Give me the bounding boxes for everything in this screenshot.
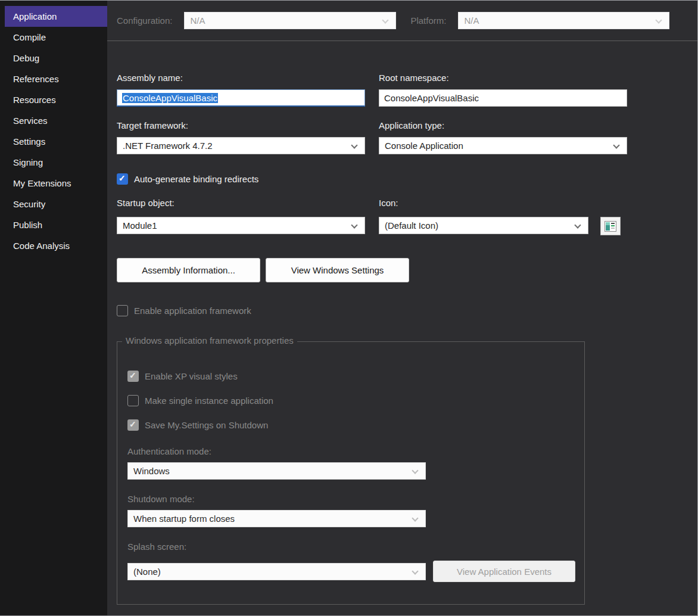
startup-object-dropdown[interactable]: Module1: [117, 217, 365, 234]
save-my-settings-row: Save My.Settings on Shutdown: [127, 419, 584, 431]
sidebar-item-services[interactable]: Services: [0, 110, 107, 131]
shutdown-mode-value: When startup form closes: [133, 514, 235, 524]
browse-icon-button[interactable]: [600, 217, 621, 235]
save-my-settings-label: Save My.Settings on Shutdown: [145, 420, 268, 430]
shutdown-mode-dropdown: When startup form closes: [127, 510, 426, 527]
make-single-instance-checkbox: [127, 395, 139, 406]
sidebar-item-settings[interactable]: Settings: [0, 131, 107, 152]
platform-label: Platform:: [410, 15, 446, 26]
startup-object-value: Module1: [123, 220, 157, 231]
chevron-down-icon: [412, 467, 418, 474]
sidebar-item-code-analysis[interactable]: Code Analysis: [0, 235, 107, 256]
authentication-mode-label: Authentication mode:: [127, 446, 584, 458]
icon-value: (Default Icon): [385, 220, 438, 231]
platform-dropdown: N/A: [458, 12, 669, 29]
enable-application-framework-label: Enable application framework: [134, 306, 251, 316]
auto-generate-binding-redirects-checkbox[interactable]: [117, 173, 128, 185]
project-designer-window: Application Compile Debug References Res…: [0, 0, 698, 616]
target-framework-value: .NET Framework 4.7.2: [123, 141, 213, 151]
sidebar-item-security[interactable]: Security: [0, 194, 107, 214]
icon-dropdown[interactable]: (Default Icon): [379, 217, 588, 234]
selected-text: ConsoleAppVisualBasic: [122, 93, 218, 103]
startup-object-label: Startup object:: [117, 197, 174, 209]
application-settings-form: Assembly name: Root namespace: ConsoleAp…: [107, 72, 697, 605]
chevron-down-icon: [656, 17, 662, 23]
make-single-instance-label: Make single instance application: [145, 396, 273, 406]
sidebar-item-compile[interactable]: Compile: [0, 27, 107, 48]
view-windows-settings-button[interactable]: View Windows Settings: [266, 258, 409, 282]
application-type-label: Application type:: [379, 120, 444, 132]
chevron-down-icon: [412, 515, 418, 521]
splash-screen-value: (None): [133, 567, 161, 577]
application-tab-panel: Configuration: N/A Platform: N/A Assembl…: [107, 1, 697, 615]
enable-application-framework-row: Enable application framework: [117, 304, 697, 316]
application-icon: [604, 221, 616, 232]
sidebar-item-debug[interactable]: Debug: [0, 48, 107, 69]
authentication-mode-value: Windows: [133, 466, 170, 476]
target-framework-dropdown[interactable]: .NET Framework 4.7.2: [117, 137, 365, 154]
auto-generate-binding-redirects-row: Auto-generate binding redirects: [117, 173, 697, 185]
target-framework-label: Target framework:: [117, 120, 188, 132]
group-title: Windows application framework properties: [122, 335, 297, 346]
sidebar-item-references[interactable]: References: [0, 69, 107, 89]
assembly-name-input[interactable]: ConsoleAppVisualBasic: [117, 89, 365, 107]
chevron-down-icon: [613, 142, 619, 148]
save-my-settings-checkbox: [127, 419, 139, 431]
chevron-down-icon: [382, 17, 389, 23]
chevron-down-icon: [574, 222, 581, 228]
auto-generate-binding-redirects-label: Auto-generate binding redirects: [134, 174, 258, 184]
chevron-down-icon: [412, 568, 418, 574]
configuration-dropdown: N/A: [184, 12, 396, 29]
configuration-bar: Configuration: N/A Platform: N/A: [107, 1, 697, 41]
chevron-down-icon: [351, 142, 357, 148]
application-type-value: Console Application: [385, 141, 463, 151]
chevron-down-icon: [351, 222, 357, 228]
root-namespace-value: ConsoleAppVisualBasic: [384, 93, 479, 103]
splash-screen-row: (None) View Application Events: [127, 561, 584, 582]
splash-screen-dropdown: (None): [127, 563, 426, 580]
make-single-instance-row: Make single instance application: [127, 394, 584, 406]
sidebar-item-signing[interactable]: Signing: [0, 152, 107, 173]
icon-label: Icon:: [379, 197, 398, 209]
splash-screen-label: Splash screen:: [127, 541, 584, 553]
assembly-name-label: Assembly name:: [117, 72, 183, 84]
sidebar-item-resources[interactable]: Resources: [0, 89, 107, 110]
authentication-mode-dropdown: Windows: [127, 462, 426, 480]
enable-xp-visual-styles-label: Enable XP visual styles: [145, 371, 238, 381]
assembly-information-button[interactable]: Assembly Information...: [117, 258, 260, 282]
configuration-value: N/A: [190, 15, 205, 26]
application-type-dropdown[interactable]: Console Application: [379, 137, 627, 154]
root-namespace-input[interactable]: ConsoleAppVisualBasic: [379, 89, 627, 107]
enable-application-framework-checkbox: [117, 305, 128, 316]
configuration-label: Configuration:: [117, 15, 172, 26]
platform-value: N/A: [464, 15, 479, 26]
project-properties-sidebar: Application Compile Debug References Res…: [0, 1, 107, 615]
enable-xp-visual-styles-checkbox: [127, 371, 139, 382]
enable-xp-visual-styles-row: Enable XP visual styles: [127, 370, 584, 382]
windows-application-framework-group: Windows application framework properties…: [117, 341, 585, 605]
root-namespace-label: Root namespace:: [379, 72, 449, 84]
sidebar-item-application[interactable]: Application: [5, 6, 107, 27]
shutdown-mode-label: Shutdown mode:: [127, 493, 584, 505]
sidebar-item-publish[interactable]: Publish: [0, 214, 107, 235]
view-application-events-button: View Application Events: [433, 561, 575, 582]
sidebar-item-my-extensions[interactable]: My Extensions: [0, 173, 107, 194]
